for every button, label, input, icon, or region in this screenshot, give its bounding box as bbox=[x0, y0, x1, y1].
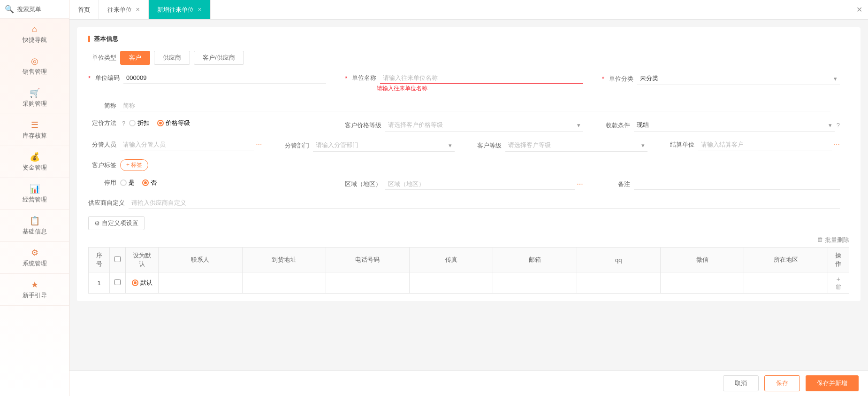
sidebar: 🔍 搜索菜单 ⌂ 快捷导航 ◎ 销售管理 🛒 采购管理 ☰ 库存核算 💰 资金管… bbox=[0, 0, 69, 396]
department-select[interactable]: 请输入分管部门 ▾ bbox=[313, 139, 455, 152]
sales-icon: ◎ bbox=[31, 56, 38, 66]
row-checkbox[interactable] bbox=[114, 279, 121, 285]
unit-type-customer[interactable]: 客户 bbox=[120, 51, 150, 65]
code-name-row: * 单位编码 * 单位名称 请输入往来单位名称 * 单位分类 bbox=[88, 72, 849, 93]
short-name-input[interactable] bbox=[120, 100, 830, 111]
sidebar-item-finance[interactable]: 💰 资金管理 bbox=[0, 146, 69, 178]
manager-input[interactable] bbox=[120, 139, 254, 150]
row-contact[interactable] bbox=[159, 272, 242, 294]
unit-type-both[interactable]: 客户/供应商 bbox=[194, 51, 244, 65]
region-field: 区域（地区） ··· bbox=[345, 179, 583, 190]
row-phone[interactable] bbox=[326, 272, 409, 294]
select-all-checkbox[interactable] bbox=[114, 256, 121, 262]
sidebar-item-label: 系统管理 bbox=[23, 259, 47, 268]
save-new-button[interactable]: 保存并新增 bbox=[806, 375, 859, 391]
phone-input[interactable] bbox=[331, 278, 404, 288]
customer-price-select[interactable]: 请选择客户价格等级 ▾ bbox=[385, 119, 583, 132]
sidebar-item-quick-nav[interactable]: ⌂ 快捷导航 bbox=[0, 19, 69, 50]
fax-input[interactable] bbox=[414, 278, 488, 288]
row-email[interactable] bbox=[493, 272, 577, 294]
tab-home-label: 首页 bbox=[78, 6, 90, 14]
region-more-icon[interactable]: ··· bbox=[577, 180, 583, 188]
pricing-help-icon[interactable]: ? bbox=[122, 120, 125, 127]
sidebar-item-purchase[interactable]: 🛒 采购管理 bbox=[0, 82, 69, 114]
unit-code-input[interactable] bbox=[123, 72, 326, 84]
batch-delete-label[interactable]: 批量删除 bbox=[825, 236, 849, 244]
payment-terms-label: 收款条件 bbox=[602, 121, 630, 130]
search-menu[interactable]: 🔍 搜索菜单 bbox=[0, 0, 69, 19]
custom-settings-label: 自定义项设置 bbox=[102, 219, 138, 227]
close-all-tabs[interactable]: ✕ bbox=[856, 5, 862, 14]
unit-type-supplier[interactable]: 供应商 bbox=[154, 51, 190, 65]
manager-label: 分管人员 bbox=[88, 140, 116, 149]
sidebar-item-sales[interactable]: ◎ 销售管理 bbox=[0, 50, 69, 82]
email-input[interactable] bbox=[498, 278, 571, 288]
region-col-input[interactable] bbox=[749, 278, 822, 288]
address-input[interactable] bbox=[247, 278, 321, 288]
payment-help-icon[interactable]: ? bbox=[837, 122, 840, 129]
add-tag-button[interactable]: + 标签 bbox=[120, 159, 148, 171]
pricing-row: 定价方法 ? 折扣 价格等级 客户价格等级 bbox=[88, 119, 849, 132]
customer-level-select[interactable]: 请选择客户等级 ▾ bbox=[505, 139, 647, 152]
row-wechat[interactable] bbox=[661, 272, 744, 294]
settlement-field: 结算单位 ··· bbox=[666, 139, 840, 150]
wechat-input[interactable] bbox=[665, 278, 739, 288]
sidebar-item-label: 销售管理 bbox=[23, 68, 47, 76]
row-default: 默认 bbox=[126, 272, 159, 294]
supplier-custom-input[interactable] bbox=[129, 197, 840, 209]
default-radio-item[interactable]: 默认 bbox=[130, 279, 153, 287]
batch-delete-icon: 🗑 bbox=[817, 236, 823, 244]
row-fax[interactable] bbox=[410, 272, 493, 294]
unit-name-input[interactable] bbox=[380, 72, 583, 84]
row-qq[interactable] bbox=[577, 272, 660, 294]
col-contact: 联系人 bbox=[159, 248, 242, 272]
pricing-discount-radio[interactable] bbox=[129, 120, 136, 126]
custom-settings-button[interactable]: ⚙ 自定义项设置 bbox=[88, 216, 145, 230]
purchase-icon: 🛒 bbox=[30, 88, 40, 98]
remark-field: 备注 bbox=[602, 179, 840, 190]
tab-new-partner[interactable]: 新增往来单位 ✕ bbox=[149, 0, 211, 19]
row-region[interactable] bbox=[744, 272, 828, 294]
region-input[interactable] bbox=[385, 179, 575, 190]
col-action: 操作 bbox=[828, 248, 849, 272]
sidebar-item-system[interactable]: ⚙ 系统管理 bbox=[0, 242, 69, 274]
sidebar-item-basic-info[interactable]: 📋 基础信息 bbox=[0, 210, 69, 242]
qq-input[interactable] bbox=[582, 278, 655, 288]
payment-terms-select[interactable]: 现结 ▾ bbox=[634, 119, 835, 132]
supplier-custom-label: 供应商自定义 bbox=[88, 199, 125, 207]
settlement-more-icon[interactable]: ··· bbox=[834, 140, 840, 149]
settlement-input[interactable] bbox=[698, 139, 832, 150]
col-check bbox=[110, 248, 126, 272]
col-seq: 序号 bbox=[89, 248, 110, 272]
cancel-button[interactable]: 取消 bbox=[723, 375, 759, 391]
tab-home[interactable]: 首页 bbox=[69, 0, 99, 19]
disabled-yes-radio[interactable] bbox=[120, 179, 127, 186]
department-placeholder: 请输入分管部门 bbox=[316, 141, 358, 149]
contact-input[interactable] bbox=[163, 278, 237, 288]
default-radio[interactable] bbox=[132, 280, 138, 286]
delete-row-button[interactable]: 🗑 bbox=[835, 283, 842, 290]
save-button[interactable]: 保存 bbox=[764, 375, 800, 391]
disabled-no-radio[interactable] bbox=[142, 179, 149, 186]
tab-partners-close[interactable]: ✕ bbox=[136, 7, 140, 13]
sidebar-item-guide[interactable]: ★ 新手引导 bbox=[0, 274, 69, 306]
tab-new-partner-close[interactable]: ✕ bbox=[198, 7, 202, 13]
chevron-down-icon: ▾ bbox=[829, 122, 832, 129]
disabled-no-option[interactable]: 否 bbox=[142, 179, 157, 187]
sidebar-item-inventory[interactable]: ☰ 库存核算 bbox=[0, 114, 69, 146]
disabled-yes-option[interactable]: 是 bbox=[120, 179, 135, 187]
row-address[interactable] bbox=[242, 272, 326, 294]
tab-partners[interactable]: 往来单位 ✕ bbox=[99, 0, 149, 19]
manager-field: 分管人员 ··· bbox=[88, 139, 262, 150]
row-check[interactable] bbox=[110, 272, 126, 294]
unit-category-select[interactable]: 未分类 ▾ bbox=[637, 72, 840, 85]
home-icon: ⌂ bbox=[32, 24, 37, 34]
manager-more-icon[interactable]: ··· bbox=[256, 140, 262, 149]
add-row-button[interactable]: + bbox=[837, 275, 840, 283]
pricing-field: 定价方法 ? 折扣 价格等级 bbox=[88, 119, 326, 127]
sidebar-item-operations[interactable]: 📊 经营管理 bbox=[0, 178, 69, 210]
remark-input[interactable] bbox=[634, 179, 840, 190]
pricing-level-option[interactable]: 价格等级 bbox=[157, 119, 190, 127]
pricing-level-radio[interactable] bbox=[157, 120, 164, 126]
pricing-discount-option[interactable]: 折扣 bbox=[129, 119, 150, 127]
